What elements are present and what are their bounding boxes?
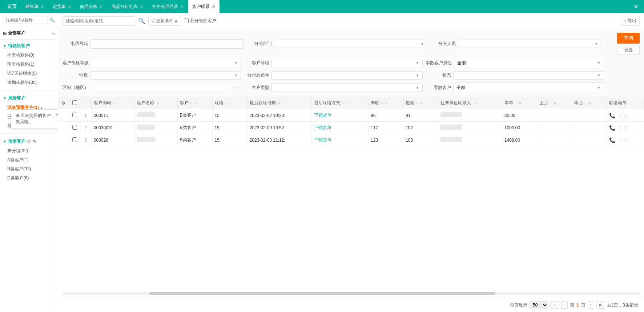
filter-select-retail-attr[interactable]: 全部 ▼ — [454, 58, 604, 68]
row-name-1 — [134, 122, 177, 134]
filter-select-price-grade[interactable]: ▼ — [91, 59, 241, 67]
tab-analysis[interactable]: 商品分析 ✕ — [76, 0, 107, 13]
tab-analysis-list-close[interactable]: ✕ — [140, 4, 143, 9]
th-unit-contact[interactable]: 往来单位联系人 ⇅ — [438, 97, 502, 109]
sidebar-item-b-class[interactable]: B类客户(33) — [0, 165, 58, 174]
row-checkbox-0[interactable] — [72, 113, 77, 117]
tab-customer-contact-close[interactable]: ✕ — [212, 4, 215, 9]
query-button[interactable]: 查询 — [617, 33, 640, 44]
sidebar-item-c-class[interactable]: C类客户(6) — [0, 174, 58, 183]
filter-select-payment[interactable]: ▼ — [271, 71, 422, 80]
tab-customer-tier-close[interactable]: ✕ — [180, 4, 184, 9]
tab-sales[interactable]: 销售单 ✕ — [21, 0, 48, 13]
action-more-icon-1[interactable]: ⋮⋮ — [617, 125, 628, 131]
filter-select-customer-type[interactable]: ▼ — [271, 84, 422, 92]
sidebar-search-input[interactable] — [3, 16, 48, 24]
th-uncontacted[interactable]: 未联... ⇅ — [369, 97, 403, 109]
filter-label-customer-grade: 客户等级 — [244, 60, 269, 66]
per-page-select[interactable]: 50 100 200 — [530, 301, 548, 309]
more-person-button[interactable]: ··· — [604, 41, 611, 47]
pagination-first-button[interactable]: ⊲ — [550, 301, 559, 309]
action-more-icon-0[interactable]: ⋮⋮ — [617, 113, 628, 118]
row-last-method-link-1[interactable]: 下销货单 — [314, 125, 331, 130]
pagination-next-button[interactable]: › — [588, 301, 594, 309]
filter-select-nature[interactable]: ▼ — [90, 71, 241, 80]
row-overdue-0: 81 — [403, 109, 438, 122]
th-settings[interactable]: ⚙ — [58, 97, 69, 109]
filter-search-input[interactable] — [63, 16, 135, 26]
row-last-method-link-2[interactable]: 下销货单 — [314, 137, 331, 142]
filter-select-dept[interactable]: ▼ — [274, 40, 427, 48]
th-type[interactable]: 客户... ⇅ — [177, 97, 212, 109]
th-this-year[interactable]: 本年... ⇅ — [502, 97, 537, 109]
more-conditions-button[interactable]: ▽ 更多条件 ∧ — [148, 16, 181, 26]
window-close-button[interactable]: ✕ — [631, 3, 641, 10]
th-name[interactable]: 客户名称 ⇅ — [134, 97, 177, 109]
filter-select-region[interactable] — [91, 86, 231, 90]
refresh-icon[interactable]: ↺ — [27, 139, 31, 144]
scrollbar-thumb[interactable] — [149, 292, 495, 295]
sidebar-item-today[interactable]: 今天待联络(0) — [0, 51, 58, 60]
row-contact-0: 15 — [212, 109, 247, 122]
sidebar-group-value-title[interactable]: ▼ 价值客户 ↺ ✎ — [0, 137, 58, 146]
action-contact-icon-0[interactable]: 📞 — [609, 113, 615, 118]
sidebar-item-tomorrow[interactable]: 明天待联络(1) — [0, 60, 58, 69]
th-last-month[interactable]: 上月... ⇅ — [537, 97, 572, 109]
row-action-0: 📞 ⋮⋮ — [607, 109, 644, 122]
my-customers-checkbox[interactable] — [184, 19, 189, 23]
row-last-method-link-0[interactable]: 下销货单 — [314, 113, 331, 118]
tab-customer-contact[interactable]: 客户联系 ✕ — [188, 0, 220, 13]
sidebar-item-ungroup[interactable]: 未分组(32) — [0, 146, 58, 155]
export-button[interactable]: ↑ 导出 — [621, 16, 640, 26]
th-this-month[interactable]: 本月... ⇅ — [572, 97, 607, 109]
filter-label-retail-customer: 零散客户 — [426, 85, 451, 91]
row-overdue-1: 102 — [403, 122, 438, 134]
action-contact-icon-1[interactable]: 📞 — [609, 125, 615, 131]
tab-analysis-close[interactable]: ✕ — [100, 4, 103, 9]
row-checkbox-2[interactable] — [72, 137, 77, 142]
select-all-checkbox[interactable] — [72, 100, 77, 105]
action-contact-icon-2[interactable]: 📞 — [609, 137, 615, 143]
filter-select-customer-grade[interactable]: ▼ — [271, 59, 422, 67]
my-customers-checkbox-label[interactable]: 我分管的客户 — [184, 18, 216, 24]
row-last-method-2: 下销货单 — [311, 134, 369, 146]
tab-analysis-list[interactable]: 商品分析列表 ✕ — [107, 0, 148, 13]
edit-icon[interactable]: ✎ — [32, 139, 36, 144]
tab-customer-tier[interactable]: 客户分层经营 ✕ — [148, 0, 188, 13]
th-last-method[interactable]: 最后联络方式 ⇅ — [311, 97, 369, 109]
sidebar-group-risk-title[interactable]: ▼ 风险客户 — [0, 93, 58, 103]
tab-home[interactable]: 首页 — [3, 3, 21, 10]
filter-select-status[interactable]: ▼ — [453, 71, 604, 80]
tab-sales-close[interactable]: ✕ — [41, 4, 44, 9]
th-code[interactable]: 客户编码 ⇅ — [91, 97, 134, 109]
pagination-last-button[interactable]: ⊳ — [596, 301, 605, 309]
sidebar-item-7days[interactable]: 近7天待联络(0) — [0, 69, 58, 78]
pagination-prev-button[interactable]: ‹ — [561, 301, 568, 309]
th-last-date[interactable]: 最后联络日期 ⇅ — [247, 97, 311, 109]
more-region-button[interactable]: ··· — [233, 85, 241, 91]
filter-label-dept: 分管部门 — [246, 41, 272, 47]
filter-input-phone[interactable] — [90, 39, 243, 49]
sidebar-all-customers[interactable]: ⊞ 全部客户 « — [0, 27, 58, 40]
filter-select-person[interactable]: ▼ — [458, 40, 601, 48]
row-checkbox-1[interactable] — [72, 125, 77, 130]
th-contact[interactable]: 联络... ⇅ — [212, 97, 247, 109]
action-more-icon-2[interactable]: ⋮⋮ — [617, 137, 628, 143]
scrollbar-track[interactable] — [63, 292, 640, 295]
th-overdue[interactable]: 逾期... ⇅ — [403, 97, 438, 109]
sidebar-group-pending-title[interactable]: ▼ 待联络客户 — [0, 41, 58, 51]
sort-last-month-icon: ⇅ — [554, 101, 556, 105]
filter-select-retail-customer[interactable]: 全部 ▼ — [453, 82, 604, 93]
sidebar-item-a-class[interactable]: A类客户(1) — [0, 155, 58, 165]
sidebar-collapse-button[interactable]: « — [52, 31, 55, 36]
main-layout: 🔍 ⊞ 全部客户 « ▼ 待联络客户 今天待联络(0) 明天待联络(1) 近7天… — [0, 13, 644, 312]
filter-search-button[interactable]: 🔍 — [138, 17, 145, 24]
sidebar-search-icon[interactable]: 🔍 — [49, 17, 55, 23]
row-action-1: 📞 ⋮⋮ — [607, 122, 644, 134]
sidebar-item-overdue[interactable]: 逾期未联络(30) — [0, 78, 58, 87]
row-unit-contact-1 — [438, 122, 502, 134]
settings-button[interactable]: 设置 — [617, 45, 640, 55]
sort-last-date-icon: ⇅ — [278, 101, 281, 105]
tab-purchase-close[interactable]: ✕ — [68, 4, 71, 9]
tab-purchase[interactable]: 进货单 ✕ — [48, 0, 76, 13]
